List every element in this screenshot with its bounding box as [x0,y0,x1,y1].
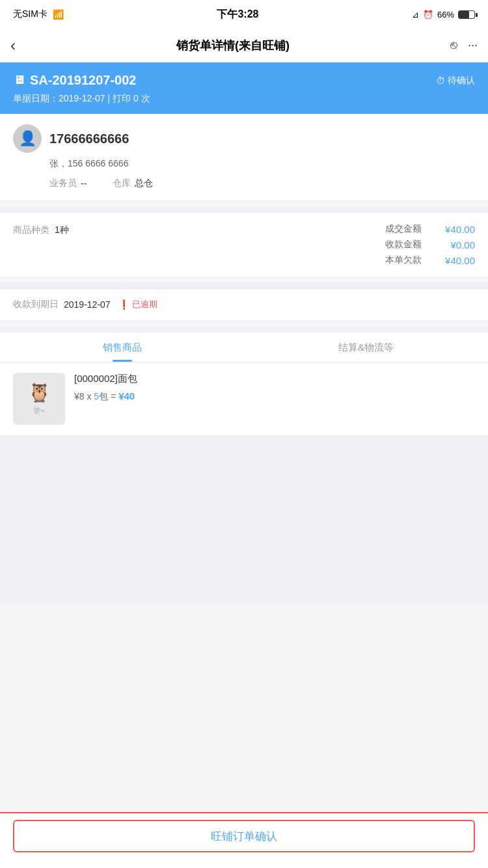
logo-text: 管+ [33,406,44,416]
wifi-icon: 📶 [53,9,64,20]
received-label: 收款金额 [385,239,422,251]
received-row: 收款金额 ¥0.00 [385,239,475,251]
tabs-container: 销售商品 结算&物流等 [0,332,488,362]
customer-phone: 17666666666 [49,131,129,146]
tab-sales[interactable]: 销售商品 [0,332,244,362]
order-meta: 单据日期：2019-12-07 | 打印 0 次 [13,93,475,105]
divider-2 [0,283,488,290]
order-id: 🖥 SA-20191207-002 [13,73,136,88]
warehouse-label: 仓库 [113,178,131,189]
due-date-label: 收款到期日 [13,299,59,310]
table-row: 🦉 管+ [0000002]面包 ¥8 x 5包 = ¥40 [0,362,488,435]
status-clock-icon: ⏱ [436,75,445,86]
product-price: ¥8 [74,391,85,401]
owed-value: ¥40.00 [429,255,475,266]
transaction-value: ¥40.00 [429,224,475,235]
meta-date-label: 单据日期： [13,93,59,103]
transaction-label: 成交金额 [385,223,422,235]
overdue-icon: ❗ [118,299,129,310]
customer-info: 张，156 6666 6666 [13,158,475,170]
due-date-section: 收款到期日 2019-12-07 ❗ 已逾期 [0,290,488,319]
salesman-value: -- [81,178,87,189]
divider-1 [0,206,488,213]
nav-actions: ⎋ ··· [450,38,478,52]
divider-3 [0,326,488,332]
order-icon: 🖥 [13,74,25,87]
order-header-card: 🖥 SA-20191207-002 ⏱ 待确认 单据日期：2019-12-07 … [0,62,488,114]
transaction-row: 成交金额 ¥40.00 [385,223,475,235]
product-equals: = [111,391,116,401]
product-qty: 5 [94,391,99,401]
product-info: [0000002]面包 ¥8 x 5包 = ¥40 [74,373,475,403]
status-indicators: ⊿ ⏰ 66% [412,10,475,20]
product-unit: 包 [99,391,108,401]
due-date-value: 2019-12-07 [64,299,111,310]
salesman-detail: 业务员 -- [49,178,87,189]
product-thumbnail: 🦉 管+ [13,373,65,425]
carrier-text: 无SIM卡 [13,8,47,20]
overdue-badge: ❗ 已逾期 [118,299,157,310]
page-title: 销货单详情(来自旺铺) [176,38,290,53]
product-code: [0000002] [74,373,118,384]
order-status-label: 待确认 [448,75,475,87]
product-name-text: 面包 [118,373,137,384]
status-carrier: 无SIM卡 📶 [13,8,64,20]
overdue-label: 已逾期 [132,299,157,310]
received-value: ¥0.00 [429,239,475,251]
share-button[interactable]: ⎋ [450,38,457,52]
tab-sales-underline [113,360,132,362]
avatar-icon: 👤 [19,130,36,147]
customer-avatar: 👤 [13,124,42,153]
location-icon: ⊿ [412,10,419,20]
battery-icon [458,10,475,19]
order-id-text: SA-20191207-002 [30,73,136,88]
customer-card: 👤 17666666666 张，156 6666 6666 业务员 -- 仓库 … [0,114,488,200]
product-list: 🦉 管+ [0000002]面包 ¥8 x 5包 = ¥40 [0,362,488,435]
meta-separator: | [105,93,113,103]
tab-settlement-label: 结算&物流等 [338,342,394,353]
bottom-spacer [0,435,488,604]
warehouse-value: 总仓 [135,178,153,189]
tab-settlement[interactable]: 结算&物流等 [244,332,488,362]
product-total: ¥40 [118,390,135,401]
product-count-label: 商品种类 [13,224,49,236]
battery-text: 66% [437,10,454,20]
order-status-badge: ⏱ 待确认 [436,75,475,87]
salesman-label: 业务员 [49,178,77,189]
product-count: 商品种类 1种 [13,223,69,236]
nav-bar: ‹ 销货单详情(来自旺铺) ⎋ ··· [0,29,488,62]
owl-icon: 🦉 [28,382,51,403]
product-multiply: x [87,391,91,401]
product-logo: 🦉 管+ [28,382,51,416]
status-bar: 无SIM卡 📶 下午3:28 ⊿ ⏰ 66% [0,0,488,29]
product-count-value: 1种 [55,224,69,236]
customer-details: 业务员 -- 仓库 总仓 [13,178,475,189]
finance-section: 商品种类 1种 成交金额 ¥40.00 收款金额 ¥0.00 本单欠款 ¥40.… [0,213,488,277]
tab-sales-label: 销售商品 [103,342,142,353]
meta-print: 打印 0 次 [113,93,150,103]
confirm-order-button[interactable]: 旺铺订单确认 [13,820,475,852]
back-button[interactable]: ‹ [10,36,16,55]
owed-row: 本单欠款 ¥40.00 [385,254,475,266]
product-name: [0000002]面包 [74,373,475,385]
status-time: 下午3:28 [217,8,258,21]
finance-amounts: 成交金额 ¥40.00 收款金额 ¥0.00 本单欠款 ¥40.00 [385,223,475,266]
meta-date-value: 2019-12-07 [59,93,105,103]
confirm-button-wrapper: 旺铺订单确认 [0,812,488,868]
alarm-icon: ⏰ [423,10,433,20]
customer-header: 👤 17666666666 [13,124,475,153]
warehouse-detail: 仓库 总仓 [113,178,153,189]
product-price-calc: ¥8 x 5包 = ¥40 [74,390,475,403]
order-header-top: 🖥 SA-20191207-002 ⏱ 待确认 [13,73,475,88]
more-button[interactable]: ··· [468,38,478,52]
owed-label: 本单欠款 [385,254,422,266]
